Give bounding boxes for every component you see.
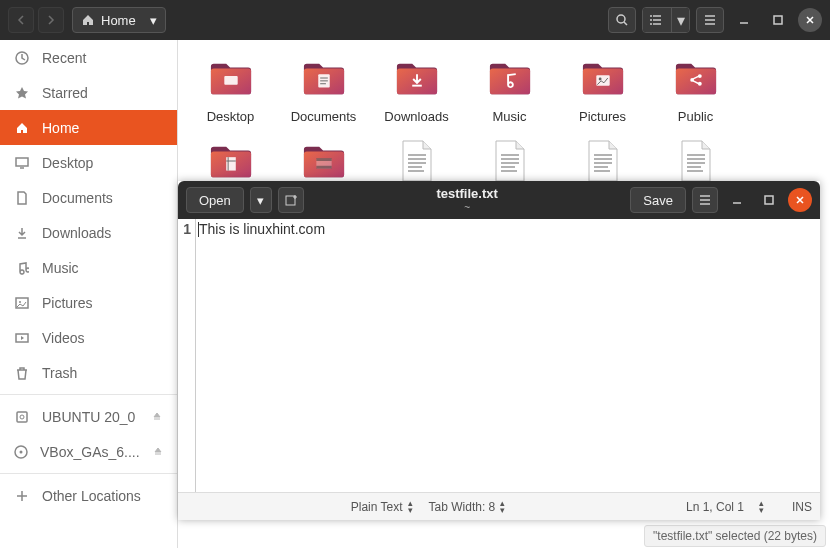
file-label: Documents [287, 108, 361, 125]
file-label: Music [489, 108, 531, 125]
editor-body: 1 This is linuxhint.com [178, 219, 820, 492]
doc-icon [14, 190, 30, 206]
nav-back-button[interactable] [8, 7, 34, 33]
sidebar-item-pictures[interactable]: Pictures [0, 285, 177, 320]
svg-point-11 [20, 415, 24, 419]
sidebar-other-locations[interactable]: Other Locations [0, 478, 177, 513]
file-item[interactable]: Documents [277, 50, 370, 129]
file-manager-titlebar: Home ▾ ▾ [0, 0, 830, 40]
open-dropdown-button[interactable]: ▾ [250, 187, 272, 213]
sidebar-item-label: Downloads [42, 225, 111, 241]
svg-point-0 [617, 15, 625, 23]
open-button[interactable]: Open [186, 187, 244, 213]
folder-icon [672, 54, 720, 102]
txt-icon [672, 137, 720, 185]
file-label: Public [674, 108, 717, 125]
plus-icon [14, 488, 30, 504]
trash-icon [14, 365, 30, 381]
cursor-position: Ln 1, Col 1▴▾ [686, 500, 764, 514]
tabwidth-selector[interactable]: Tab Width: 8▴▾ [429, 500, 506, 514]
sidebar-item-label: VBox_GAs_6.... [40, 444, 140, 460]
home-icon [14, 120, 30, 136]
sidebar-item-downloads[interactable]: Downloads [0, 215, 177, 250]
editor-minimize-button[interactable] [724, 187, 750, 213]
sidebar-drive[interactable]: UBUNTU 20_0 [0, 399, 177, 434]
file-item[interactable]: Pictures [556, 50, 649, 129]
close-button[interactable] [798, 8, 822, 32]
file-item[interactable]: Music [463, 50, 556, 129]
svg-point-3 [650, 23, 652, 25]
list-view-button[interactable] [643, 8, 671, 32]
file-label: Downloads [380, 108, 452, 125]
file-item[interactable]: Downloads [370, 50, 463, 129]
sidebar-item-label: Pictures [42, 295, 93, 311]
download-icon [14, 225, 30, 241]
view-dropdown-button[interactable]: ▾ [671, 8, 689, 32]
sidebar-item-label: Music [42, 260, 79, 276]
home-icon [81, 13, 95, 27]
eject-icon[interactable] [151, 411, 163, 423]
svg-rect-26 [765, 196, 773, 204]
sidebar-item-label: Desktop [42, 155, 93, 171]
editor-title: testfile.txt ~ [310, 187, 625, 212]
minimize-button[interactable] [730, 7, 758, 33]
sidebar-item-trash[interactable]: Trash [0, 355, 177, 390]
save-button[interactable]: Save [630, 187, 686, 213]
sidebar-item-videos[interactable]: Videos [0, 320, 177, 355]
file-item[interactable]: Public [649, 50, 742, 129]
editor-hamburger-button[interactable] [692, 187, 718, 213]
editor-textarea[interactable]: This is linuxhint.com [196, 219, 820, 492]
disk-icon [14, 409, 30, 425]
sidebar-item-desktop[interactable]: Desktop [0, 145, 177, 180]
sidebar-item-starred[interactable]: Starred [0, 75, 177, 110]
svg-point-8 [19, 301, 21, 303]
sidebar-item-home[interactable]: Home [0, 110, 177, 145]
folder-icon [207, 137, 255, 185]
editor-statusbar: Plain Text▴▾ Tab Width: 8▴▾ Ln 1, Col 1▴… [178, 492, 820, 520]
folder-icon [393, 54, 441, 102]
disc-icon [14, 444, 28, 460]
sidebar-item-label: UBUNTU 20_0 [42, 409, 135, 425]
pic-icon [14, 295, 30, 311]
hamburger-menu-button[interactable] [696, 7, 724, 33]
sidebar-item-label: Trash [42, 365, 77, 381]
file-label: Desktop [203, 108, 259, 125]
txt-icon [486, 137, 534, 185]
sidebar-item-label: Recent [42, 50, 86, 66]
star-icon [14, 85, 30, 101]
insert-mode[interactable]: INS [792, 500, 812, 514]
svg-point-2 [650, 19, 652, 21]
location-label: Home [101, 13, 136, 28]
sidebar-drive[interactable]: VBox_GAs_6.... [0, 434, 177, 469]
maximize-button[interactable] [764, 7, 792, 33]
sidebar-item-music[interactable]: Music [0, 250, 177, 285]
file-item[interactable]: Desktop [184, 50, 277, 129]
sidebar-item-label: Documents [42, 190, 113, 206]
sidebar-item-label: Other Locations [42, 488, 141, 504]
line-gutter: 1 [178, 219, 196, 492]
sidebar-item-label: Starred [42, 85, 88, 101]
nav-forward-button[interactable] [38, 7, 64, 33]
search-button[interactable] [608, 7, 636, 33]
view-mode-group: ▾ [642, 7, 690, 33]
editor-titlebar: Open ▾ testfile.txt ~ Save [178, 181, 820, 219]
clock-icon [14, 50, 30, 66]
sidebar-item-label: Home [42, 120, 79, 136]
language-selector[interactable]: Plain Text▴▾ [351, 500, 413, 514]
text-editor-window: Open ▾ testfile.txt ~ Save 1 This is lin… [178, 181, 820, 520]
sidebar-item-documents[interactable]: Documents [0, 180, 177, 215]
new-tab-button[interactable] [278, 187, 304, 213]
folder-icon [300, 54, 348, 102]
folder-icon [207, 54, 255, 102]
sidebar-item-recent[interactable]: Recent [0, 40, 177, 75]
file-label: Pictures [575, 108, 630, 125]
txt-icon [393, 137, 441, 185]
eject-icon[interactable] [152, 446, 164, 458]
svg-rect-14 [224, 76, 237, 85]
editor-close-button[interactable] [788, 188, 812, 212]
svg-point-17 [598, 78, 601, 81]
status-text: "testfile.txt" selected (22 bytes) [653, 529, 817, 543]
editor-maximize-button[interactable] [756, 187, 782, 213]
location-bar[interactable]: Home ▾ [72, 7, 166, 33]
svg-rect-10 [17, 412, 27, 422]
